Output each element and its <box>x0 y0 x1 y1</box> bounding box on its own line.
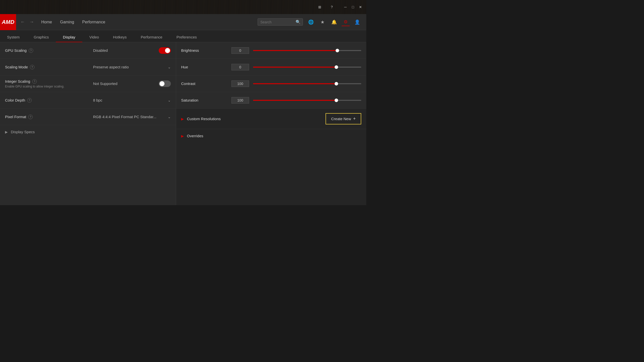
contrast-slider-thumb[interactable] <box>335 82 338 85</box>
search-input[interactable] <box>260 20 296 24</box>
saturation-slider-container <box>253 100 361 101</box>
brightness-slider-container <box>253 50 361 51</box>
gpu-scaling-help-icon[interactable]: ? <box>29 48 33 53</box>
gpu-scaling-toggle[interactable] <box>159 47 171 54</box>
tab-hotkeys[interactable]: Hotkeys <box>106 32 134 42</box>
integer-scaling-toggle[interactable] <box>159 80 171 87</box>
gpu-scaling-value: Disabled <box>93 48 108 53</box>
display-specs-chevron: ▶ <box>5 130 8 134</box>
color-depth-help-icon[interactable]: ? <box>27 98 32 103</box>
contrast-slider-container <box>253 83 361 84</box>
saturation-label: Saturation <box>181 98 231 102</box>
integer-scaling-toggle-thumb <box>159 81 165 86</box>
tab-graphics[interactable]: Graphics <box>27 32 56 42</box>
hue-row: Hue <box>176 59 366 75</box>
color-depth-text: Color Depth <box>5 98 25 102</box>
scaling-mode-control[interactable]: Preserve aspect ratio ⌄ <box>88 61 176 73</box>
pixel-format-help-icon[interactable]: ? <box>28 115 33 119</box>
header: AMD ← → Home Gaming Performance 🔍 🌐 ★ 🔔 … <box>0 14 366 30</box>
color-depth-control[interactable]: 8 bpc ⌄ <box>88 95 176 106</box>
tab-display[interactable]: Display <box>56 32 82 42</box>
titlebar-system-icons: ⊞ ? <box>316 3 336 11</box>
nav-links: Home Gaming Performance <box>38 20 108 24</box>
gpu-scaling-label: GPU Scaling ? <box>5 48 83 53</box>
brightness-row: Brightness <box>176 42 366 59</box>
saturation-slider-thumb[interactable] <box>335 99 338 102</box>
tab-video[interactable]: Video <box>82 32 106 42</box>
saturation-row: Saturation <box>176 92 366 109</box>
integer-scaling-value: Not Supported <box>93 81 117 86</box>
nav-gaming[interactable]: Gaming <box>60 20 74 24</box>
pixel-format-text: Pixel Format <box>5 115 26 119</box>
pixel-format-label: Pixel Format ? <box>5 115 83 119</box>
gpu-scaling-label-col: GPU Scaling ? <box>0 45 88 56</box>
globe-button[interactable]: 🌐 <box>307 18 315 26</box>
color-depth-label-col: Color Depth ? <box>0 95 88 106</box>
nav-performance[interactable]: Performance <box>82 20 105 24</box>
scaling-mode-label-col: Scaling Mode ? <box>0 61 88 73</box>
saturation-slider-fill <box>253 100 336 101</box>
overrides-row[interactable]: ▶ Overrides <box>176 129 366 143</box>
plus-icon: + <box>353 116 356 121</box>
scaling-mode-dropdown-icon: ⌄ <box>168 65 171 69</box>
nav-arrows: ← → <box>16 19 38 26</box>
gpu-scaling-text: GPU Scaling <box>5 48 27 53</box>
overrides-chevron: ▶ <box>181 134 184 138</box>
profile-button[interactable]: 👤 <box>353 18 361 26</box>
gpu-scaling-row: GPU Scaling ? Disabled <box>0 42 176 59</box>
custom-resolutions-row[interactable]: ▶ Custom Resolutions Create New + <box>176 109 366 129</box>
maximize-button[interactable]: □ <box>349 3 357 11</box>
back-button[interactable]: ← <box>19 19 26 26</box>
tab-performance[interactable]: Performance <box>134 32 170 42</box>
create-new-button[interactable]: Create New + <box>326 113 361 124</box>
tab-bar: System Graphics Display Video Hotkeys Pe… <box>0 30 366 42</box>
display-specs-row[interactable]: ▶ Display Specs <box>0 125 176 139</box>
brightness-input[interactable] <box>231 47 249 54</box>
pixel-format-row: Pixel Format ? RGB 4:4:4 Pixel Format PC… <box>0 109 176 125</box>
favorites-button[interactable]: ★ <box>318 18 327 26</box>
search-icon[interactable]: 🔍 <box>296 20 301 24</box>
amd-tray-icon[interactable]: ⊞ <box>316 3 324 11</box>
color-depth-dropdown-icon: ⌄ <box>168 98 171 102</box>
forward-button[interactable]: → <box>28 19 35 26</box>
contrast-row: Contrast <box>176 75 366 92</box>
app-window: AMD ← → Home Gaming Performance 🔍 🌐 ★ 🔔 … <box>0 14 366 205</box>
color-depth-value: 8 bpc <box>93 98 102 102</box>
notifications-button[interactable]: 🔔 <box>330 18 338 26</box>
amd-logo-text: AMD <box>2 19 14 25</box>
integer-scaling-row: Integer Scaling ? Enable GPU scaling to … <box>0 75 176 92</box>
hue-slider-thumb[interactable] <box>335 65 338 69</box>
pixel-format-control[interactable]: RGB 4:4:4 Pixel Format PC Standar... ⌄ <box>88 111 176 122</box>
color-depth-row: Color Depth ? 8 bpc ⌄ <box>0 92 176 109</box>
titlebar: ⊞ ? ─ □ ✕ <box>0 0 366 14</box>
hue-slider-fill <box>253 67 336 68</box>
hue-slider-container <box>253 67 361 68</box>
integer-scaling-help-icon[interactable]: ? <box>32 79 37 84</box>
contrast-slider-fill <box>253 83 336 84</box>
contrast-label: Contrast <box>181 81 231 86</box>
create-new-label: Create New <box>331 117 351 121</box>
settings-button[interactable]: ⚙ <box>342 18 350 26</box>
custom-resolutions-chevron: ▶ <box>181 117 184 121</box>
nav-home[interactable]: Home <box>41 20 52 24</box>
header-actions: 🌐 ★ 🔔 ⚙ 👤 <box>307 18 363 26</box>
scaling-mode-text: Scaling Mode <box>5 65 28 69</box>
integer-scaling-label-col: Integer Scaling ? Enable GPU scaling to … <box>0 76 88 92</box>
integer-scaling-label: Integer Scaling ? <box>5 79 83 84</box>
scaling-mode-value: Preserve aspect ratio <box>93 65 129 69</box>
integer-scaling-control: Not Supported <box>88 77 176 90</box>
gpu-scaling-control: Disabled <box>88 44 176 57</box>
scaling-mode-row: Scaling Mode ? Preserve aspect ratio ⌄ <box>0 59 176 75</box>
contrast-input[interactable] <box>231 80 249 87</box>
brightness-slider-fill <box>253 50 337 51</box>
hue-input[interactable] <box>231 64 249 70</box>
saturation-input[interactable] <box>231 97 249 104</box>
help-titlebar-button[interactable]: ? <box>328 3 336 11</box>
minimize-button[interactable]: ─ <box>342 3 349 11</box>
tab-system[interactable]: System <box>0 32 27 42</box>
tab-preferences[interactable]: Preferences <box>169 32 204 42</box>
brightness-slider-thumb[interactable] <box>336 49 339 52</box>
brightness-label: Brightness <box>181 48 231 53</box>
scaling-mode-help-icon[interactable]: ? <box>30 65 34 69</box>
close-button[interactable]: ✕ <box>357 3 364 11</box>
